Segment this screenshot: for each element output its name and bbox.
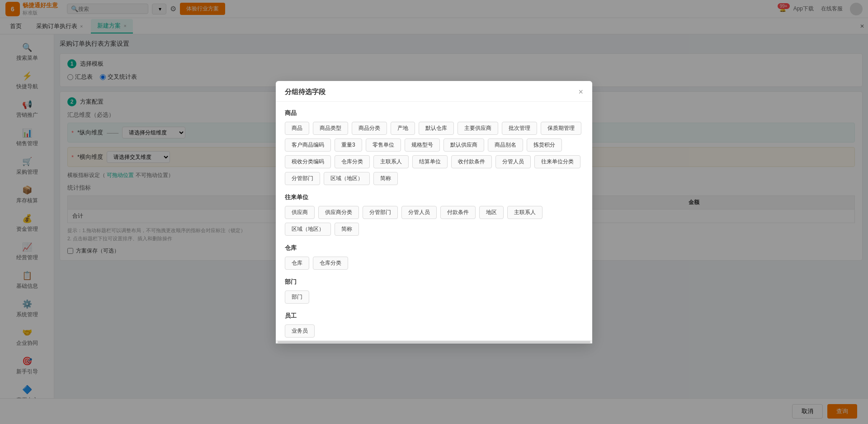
tag-product-0[interactable]: 商品 — [285, 122, 309, 135]
tag-partner-7[interactable]: 区域（地区） — [285, 223, 331, 236]
tag-product-21[interactable]: 往来单位分类 — [534, 155, 580, 168]
tag-partner-6[interactable]: 主联系人 — [507, 206, 542, 219]
warehouse-tags: 仓库 仓库分类 — [285, 257, 583, 270]
tag-product-20[interactable]: 分管人员 — [495, 155, 531, 168]
product-tags: 商品 商品类型 商品分类 产地 默认仓库 主要供应商 批次管理 保质期管理 客户… — [285, 122, 583, 185]
tag-product-24[interactable]: 简称 — [373, 172, 398, 185]
modal-close-button[interactable]: × — [578, 87, 583, 97]
modal-title: 分组待选字段 — [285, 88, 326, 96]
tag-product-18[interactable]: 结算单位 — [412, 155, 448, 168]
tag-partner-4[interactable]: 付款条件 — [440, 206, 476, 219]
tag-product-23[interactable]: 区域（地区） — [324, 172, 370, 185]
tag-product-5[interactable]: 主要供应商 — [458, 122, 498, 135]
partner-tags: 供应商 供应商分类 分管部门 分管人员 付款条件 地区 主联系人 区域（地区） … — [285, 206, 583, 236]
tag-product-22[interactable]: 分管部门 — [285, 172, 320, 185]
employee-tags: 业务员 — [285, 324, 583, 338]
tag-product-19[interactable]: 收付款条件 — [451, 155, 492, 168]
tag-product-6[interactable]: 批次管理 — [502, 122, 537, 135]
tag-product-3[interactable]: 产地 — [391, 122, 415, 135]
tag-product-7[interactable]: 保质期管理 — [541, 122, 581, 135]
section-partner: 往来单位 供应商 供应商分类 分管部门 分管人员 付款条件 地区 主联系人 区域… — [285, 193, 583, 236]
tag-warehouse-1[interactable]: 仓库分类 — [313, 257, 348, 270]
section-warehouse: 仓库 仓库 仓库分类 — [285, 244, 583, 270]
tag-product-8[interactable]: 客户商品编码 — [285, 138, 331, 152]
tag-product-1[interactable]: 商品类型 — [313, 122, 348, 135]
section-warehouse-title: 仓库 — [285, 244, 583, 252]
horizontal-scrollbar[interactable] — [278, 341, 590, 343]
tag-product-17[interactable]: 主联系人 — [373, 155, 409, 168]
tag-partner-2[interactable]: 分管部门 — [363, 206, 398, 219]
tag-partner-5[interactable]: 地区 — [479, 206, 504, 219]
tag-product-9[interactable]: 重量3 — [335, 138, 362, 152]
tag-partner-1[interactable]: 供应商分类 — [318, 206, 359, 219]
modal-scrollbar-area — [276, 340, 592, 343]
tag-product-4[interactable]: 默认仓库 — [419, 122, 454, 135]
tag-product-15[interactable]: 税收分类编码 — [285, 155, 331, 168]
tag-partner-0[interactable]: 供应商 — [285, 206, 315, 219]
tag-department-0[interactable]: 部门 — [285, 291, 309, 304]
section-product: 商品 商品 商品类型 商品分类 产地 默认仓库 主要供应商 批次管理 保质期管理… — [285, 109, 583, 185]
tag-product-11[interactable]: 规格型号 — [405, 138, 440, 152]
tag-product-10[interactable]: 零售单位 — [366, 138, 401, 152]
field-select-modal: 分组待选字段 × 商品 商品 商品类型 商品分类 产地 默认仓库 主要供应商 批… — [276, 81, 592, 343]
modal-overlay: 分组待选字段 × 商品 商品 商品类型 商品分类 产地 默认仓库 主要供应商 批… — [0, 0, 868, 424]
modal-header: 分组待选字段 × — [276, 81, 592, 102]
section-product-title: 商品 — [285, 109, 583, 117]
section-employee: 员工 业务员 — [285, 312, 583, 338]
tag-product-13[interactable]: 商品别名 — [488, 138, 523, 152]
department-tags: 部门 — [285, 291, 583, 304]
tag-product-12[interactable]: 默认供应商 — [443, 138, 484, 152]
tag-employee-0[interactable]: 业务员 — [285, 324, 315, 338]
modal-body: 商品 商品 商品类型 商品分类 产地 默认仓库 主要供应商 批次管理 保质期管理… — [276, 102, 592, 341]
section-partner-title: 往来单位 — [285, 193, 583, 201]
tag-product-2[interactable]: 商品分类 — [352, 122, 387, 135]
tag-warehouse-0[interactable]: 仓库 — [285, 257, 309, 270]
section-department-title: 部门 — [285, 278, 583, 286]
tag-product-16[interactable]: 仓库分类 — [335, 155, 370, 168]
section-department: 部门 部门 — [285, 278, 583, 304]
tag-partner-8[interactable]: 简称 — [335, 223, 359, 236]
section-employee-title: 员工 — [285, 312, 583, 320]
tag-product-14[interactable]: 拣货积分 — [527, 138, 562, 152]
tag-partner-3[interactable]: 分管人员 — [401, 206, 437, 219]
